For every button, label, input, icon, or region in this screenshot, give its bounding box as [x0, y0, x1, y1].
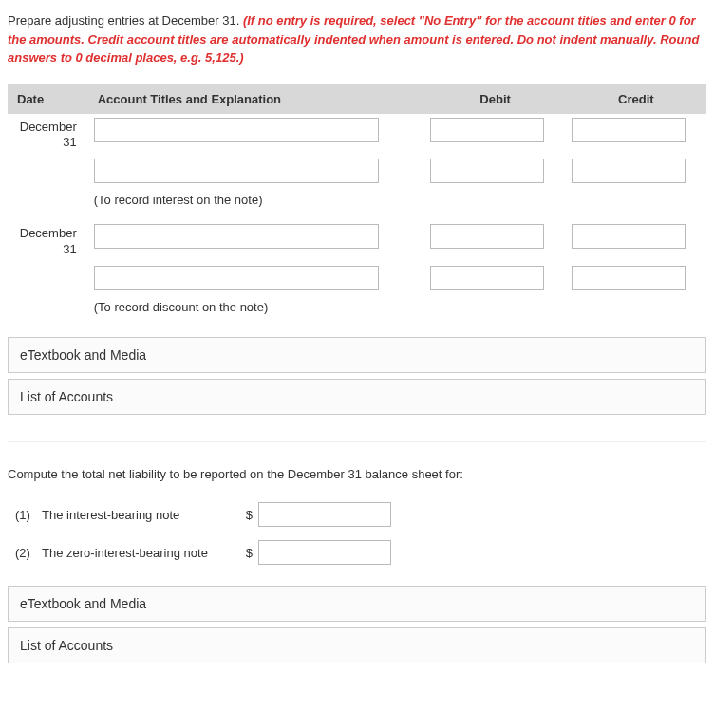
- credit-input[interactable]: [572, 224, 686, 249]
- compute-num: (2): [8, 546, 42, 560]
- compute-title: Compute the total net liability to be re…: [8, 467, 706, 481]
- amount-input[interactable]: [258, 502, 391, 527]
- explanation-text: (To record interest on the note): [88, 187, 425, 220]
- explanation-text: (To record discount on the note): [88, 294, 425, 327]
- table-row: December 31: [8, 114, 706, 156]
- compute-label: The zero-interest-bearing note: [42, 546, 241, 560]
- table-row: [8, 155, 706, 187]
- header-account: Account Titles and Explanation: [88, 84, 425, 114]
- account-input[interactable]: [94, 224, 379, 249]
- debit-input[interactable]: [430, 266, 544, 290]
- account-input[interactable]: [94, 266, 379, 290]
- instructions-prefix: Prepare adjusting entries at December 31…: [8, 13, 239, 28]
- compute-label: The interest-bearing note: [42, 508, 241, 522]
- debit-input[interactable]: [430, 118, 544, 142]
- header-credit: Credit: [566, 84, 706, 114]
- amount-input[interactable]: [258, 540, 391, 565]
- etextbook-button[interactable]: eTextbook and Media: [8, 337, 706, 373]
- table-row: December 31: [8, 220, 706, 262]
- currency-symbol: $: [241, 546, 258, 560]
- list-of-accounts-button[interactable]: List of Accounts: [8, 627, 706, 663]
- date-day: 31: [63, 135, 76, 149]
- header-date: Date: [8, 84, 88, 114]
- journal-table: Date Account Titles and Explanation Debi…: [8, 84, 706, 328]
- date-month: December: [20, 120, 77, 134]
- table-row: (To record interest on the note): [8, 187, 706, 220]
- date-cell: December 31: [8, 220, 88, 262]
- compute-row: (2) The zero-interest-bearing note $: [8, 540, 706, 565]
- account-input[interactable]: [94, 118, 379, 142]
- debit-input[interactable]: [430, 159, 544, 183]
- table-row: [8, 262, 706, 294]
- credit-input[interactable]: [572, 159, 686, 183]
- date-day: 31: [63, 242, 76, 256]
- table-row: (To record discount on the note): [8, 294, 706, 327]
- compute-row: (1) The interest-bearing note $: [8, 502, 706, 527]
- date-month: December: [20, 226, 77, 240]
- divider: [8, 441, 706, 442]
- currency-symbol: $: [241, 508, 258, 522]
- list-of-accounts-button[interactable]: List of Accounts: [8, 379, 706, 415]
- credit-input[interactable]: [572, 118, 686, 142]
- account-input[interactable]: [94, 159, 379, 183]
- date-cell: December 31: [8, 114, 88, 156]
- compute-num: (1): [8, 508, 42, 522]
- debit-input[interactable]: [430, 224, 544, 249]
- credit-input[interactable]: [572, 266, 686, 290]
- etextbook-button[interactable]: eTextbook and Media: [8, 586, 706, 622]
- header-debit: Debit: [424, 84, 565, 114]
- instructions: Prepare adjusting entries at December 31…: [8, 11, 706, 67]
